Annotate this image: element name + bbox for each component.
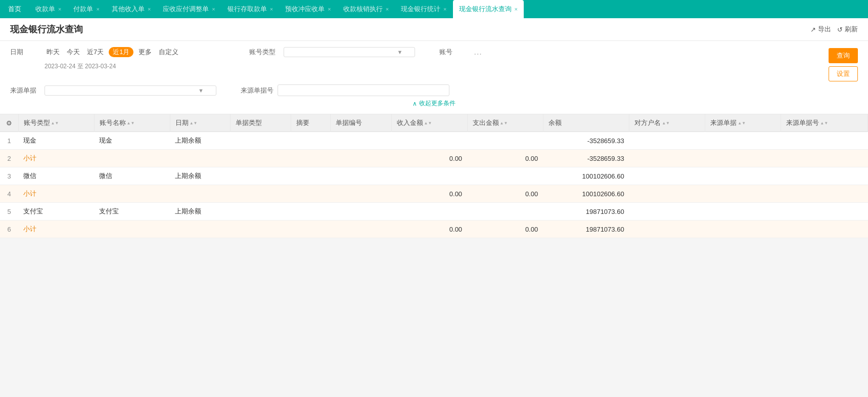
tab-cash-bank-flow[interactable]: 现金银行流水查询 × <box>453 0 524 18</box>
account-type-select[interactable]: ▼ <box>284 47 415 57</box>
col-doc-no: 单据编号 <box>330 114 391 132</box>
row-expense: 0.00 <box>467 150 543 167</box>
row-income: 0.00 <box>391 220 467 238</box>
row-date: 上期余额 <box>170 203 230 220</box>
date-opt-7days[interactable]: 近7天 <box>85 47 106 57</box>
tab-ar-ap-adjust[interactable]: 应收应付调整单 × <box>157 0 221 18</box>
date-opt-yesterday[interactable]: 昨天 <box>44 47 62 57</box>
row-doc-no <box>330 167 391 185</box>
row-account-type: 小计 <box>18 185 94 203</box>
account-type-filter-label: 账号类型 <box>249 48 280 57</box>
tab-collection-verify[interactable]: 收款核销执行 × <box>337 0 395 18</box>
row-doc-type <box>230 203 291 220</box>
col-source-doc-no[interactable]: 来源单据号▲▼ <box>781 114 868 132</box>
row-account-name <box>94 150 170 167</box>
tab-prepaid-offset[interactable]: 预收冲应收单 × <box>279 0 337 18</box>
row-summary <box>291 167 331 185</box>
close-tab-payment[interactable]: × <box>96 6 99 12</box>
col-expense[interactable]: 支出金额▲▼ <box>467 114 543 132</box>
tab-other-income[interactable]: 其他收入单 × <box>106 0 157 18</box>
row-balance: -3528659.33 <box>543 150 629 167</box>
row-doc-type <box>230 132 291 150</box>
row-summary <box>291 132 331 150</box>
row-account-name: 现金 <box>94 132 170 150</box>
date-opt-more[interactable]: 更多 <box>136 47 154 57</box>
close-tab-prepaid-offset[interactable]: × <box>328 6 331 12</box>
row-index: 5 <box>0 203 18 220</box>
tab-receipt[interactable]: 收款单 × <box>29 0 67 18</box>
close-tab-cash-bank-flow[interactable]: × <box>515 6 518 12</box>
row-income: 0.00 <box>391 150 467 167</box>
source-doc-filter-label: 来源单据 <box>10 86 40 95</box>
row-balance: 19871073.60 <box>543 203 629 220</box>
collapse-bar[interactable]: ∧ 收起更多条件 <box>10 96 858 110</box>
refresh-button[interactable]: ↺ 刷新 <box>837 25 858 34</box>
row-doc-type <box>230 185 291 203</box>
export-button[interactable]: ↗ 导出 <box>810 25 831 34</box>
row-summary <box>291 203 331 220</box>
close-tab-collection-verify[interactable]: × <box>386 6 389 12</box>
row-source-doc-no <box>781 203 868 220</box>
table-header-row: ⚙ 账号类型▲▼ 账号名称▲▼ 日期▲▼ 单据类型 摘要 单据编号 收入金额▲▼ <box>0 114 868 132</box>
account-dots-button[interactable]: ... <box>474 48 482 57</box>
row-index: 3 <box>0 167 18 185</box>
row-source-doc <box>705 132 781 150</box>
close-tab-other-income[interactable]: × <box>148 6 151 12</box>
data-table: ⚙ 账号类型▲▼ 账号名称▲▼ 日期▲▼ 单据类型 摘要 单据编号 收入金额▲▼ <box>0 114 868 238</box>
close-tab-receipt[interactable]: × <box>58 6 61 12</box>
row-doc-no <box>330 150 391 167</box>
row-expense <box>467 132 543 150</box>
date-opt-today[interactable]: 今天 <box>65 47 82 57</box>
query-button[interactable]: 查询 <box>829 48 858 63</box>
row-date <box>170 220 230 238</box>
close-tab-ar-ap-adjust[interactable]: × <box>212 6 215 12</box>
row-doc-type <box>230 167 291 185</box>
page-title: 现金银行流水查询 <box>10 23 83 35</box>
col-date[interactable]: 日期▲▼ <box>170 114 230 132</box>
tab-bank-deposit[interactable]: 银行存取款单 × <box>221 0 279 18</box>
row-account-name <box>94 185 170 203</box>
row-date: 上期余额 <box>170 132 230 150</box>
row-summary <box>291 220 331 238</box>
row-source-doc-no <box>781 185 868 203</box>
date-filter-label: 日期 <box>10 48 40 57</box>
col-counterparty[interactable]: 对方户名▲▼ <box>629 114 705 132</box>
row-income <box>391 203 467 220</box>
col-source-doc[interactable]: 来源单据▲▼ <box>705 114 781 132</box>
table-row: 2小计0.000.00-3528659.33 <box>0 150 868 167</box>
row-expense <box>467 167 543 185</box>
row-source-doc-no <box>781 220 868 238</box>
row-source-doc <box>705 185 781 203</box>
row-index: 2 <box>0 150 18 167</box>
tab-cash-bank-stats[interactable]: 现金银行统计 × <box>395 0 452 18</box>
row-balance: -3528659.33 <box>543 132 629 150</box>
col-income[interactable]: 收入金额▲▼ <box>391 114 467 132</box>
row-income: 0.00 <box>391 185 467 203</box>
row-balance: 19871073.60 <box>543 220 629 238</box>
row-doc-type <box>230 150 291 167</box>
date-opt-custom[interactable]: 自定义 <box>157 47 180 57</box>
refresh-icon: ↺ <box>837 26 843 33</box>
col-account-name[interactable]: 账号名称▲▼ <box>94 114 170 132</box>
date-range-display: 2023-02-24 至 2023-03-24 <box>44 62 116 71</box>
source-doc-select[interactable]: ▼ <box>44 85 216 96</box>
col-summary: 摘要 <box>291 114 331 132</box>
close-tab-bank-deposit[interactable]: × <box>270 6 273 12</box>
setting-button[interactable]: 设置 <box>829 66 858 81</box>
close-tab-cash-bank-stats[interactable]: × <box>443 6 446 12</box>
filter-area: 日期 昨天 今天 近7天 近1月 更多 自定义 账号类型 ▼ <box>0 41 868 114</box>
row-source-doc-no <box>781 167 868 185</box>
source-doc-no-input[interactable] <box>278 84 449 96</box>
tab-payment[interactable]: 付款单 × <box>67 0 105 18</box>
data-table-container: ⚙ 账号类型▲▼ 账号名称▲▼ 日期▲▼ 单据类型 摘要 单据编号 收入金额▲▼ <box>0 114 868 238</box>
collapse-icon: ∧ <box>413 100 417 107</box>
row-balance: 100102606.60 <box>543 185 629 203</box>
date-opt-1month[interactable]: 近1月 <box>109 47 133 57</box>
row-doc-no <box>330 185 391 203</box>
row-source-doc <box>705 203 781 220</box>
row-counterparty <box>629 203 705 220</box>
col-account-type[interactable]: 账号类型▲▼ <box>18 114 94 132</box>
export-icon: ↗ <box>810 26 816 33</box>
home-button[interactable]: 首页 <box>0 0 29 18</box>
col-settings[interactable]: ⚙ <box>0 114 18 132</box>
